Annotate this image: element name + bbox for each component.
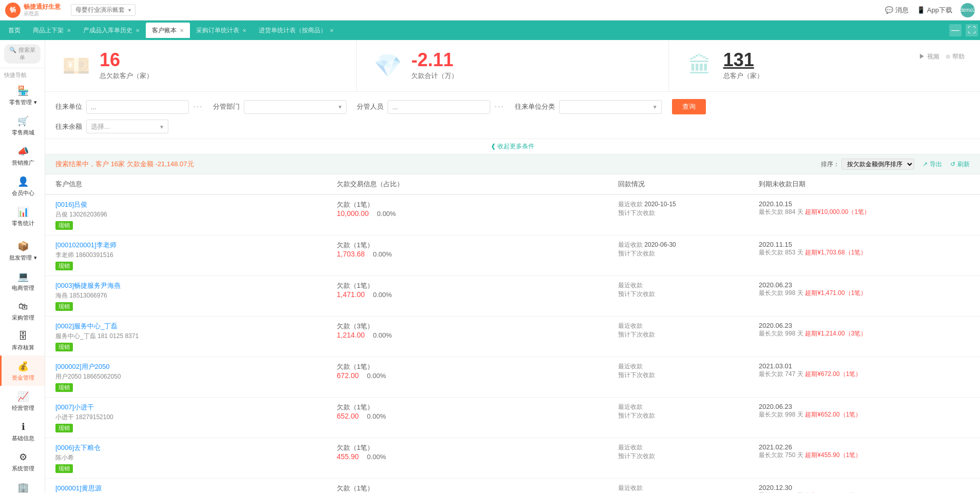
overdue-link-6[interactable]: 超期¥455.90（1笔） xyxy=(805,451,861,459)
category-select[interactable] xyxy=(559,100,662,114)
owe-amount-6[interactable]: 455.90 xyxy=(337,452,359,461)
due-date-5: 2020.06.23 xyxy=(759,403,970,410)
tab-minimize-btn[interactable]: — xyxy=(949,24,962,36)
supplier-input[interactable] xyxy=(86,100,189,114)
purchase-icon: 🛍 xyxy=(18,301,28,312)
sidebar-item-enterprise[interactable]: 🏢 企业协同 xyxy=(0,477,45,493)
sidebar-item-purchase[interactable]: 🛍 采购管理 xyxy=(0,296,45,326)
person-dots[interactable]: ··· xyxy=(494,102,504,111)
category-label: 往来单位分类 xyxy=(515,102,555,111)
industry-selector[interactable]: 母婴行业演示账套 ▼ xyxy=(71,4,136,16)
sidebar-item-retail-mall[interactable]: 🛒 零售商城 xyxy=(0,110,45,141)
customer-phone-6: 陈小希 xyxy=(55,453,337,462)
inventory-icon: 🗄 xyxy=(18,331,28,342)
dept-select[interactable] xyxy=(244,100,347,114)
person-input[interactable] xyxy=(388,100,490,114)
owe-amount-4[interactable]: 672.00 xyxy=(337,371,359,380)
sidebar-item-operations[interactable]: 📈 经营管理 xyxy=(0,386,45,416)
refresh-btn[interactable]: ↺ 刷新 xyxy=(950,160,970,169)
tab-inventory-stats[interactable]: 进货单统计表（按商品） ✕ xyxy=(253,23,340,38)
stat-label-2: 欠款合计（万） xyxy=(411,71,458,81)
owe-amount-0[interactable]: 10,000.00 xyxy=(337,209,369,218)
tab-customer-account[interactable]: 客户账本 ✕ xyxy=(146,23,190,38)
sidebar-item-basic-info[interactable]: ℹ 基础信息 xyxy=(0,416,45,446)
tab-products-close[interactable]: ✕ xyxy=(67,28,71,33)
filter-collapse-btn[interactable]: ❰ 收起更多条件 xyxy=(45,139,980,154)
tab-production-close[interactable]: ✕ xyxy=(136,28,140,33)
quick-nav-label: 快捷导航 xyxy=(0,68,45,80)
recovery-info-6: 最近收款 预计下次收款 xyxy=(618,443,759,473)
tab-purchase-order[interactable]: 采购订单统计表 ✕ xyxy=(190,23,253,38)
overdue-link-0[interactable]: 超期¥10,000.00（1笔） xyxy=(805,208,870,215)
download-btn[interactable]: 📱 App下载 xyxy=(917,6,952,15)
owe-amount-3[interactable]: 1,214.00 xyxy=(337,331,365,339)
sidebar-label-basic-info: 基础信息 xyxy=(12,435,34,442)
sort-select[interactable]: 按欠款金额倒序排序 xyxy=(841,159,914,170)
owe-amount-2[interactable]: 1,471.00 xyxy=(337,290,365,299)
last-payment-2: 最近收款 xyxy=(618,281,759,290)
sidebar-item-finance[interactable]: 💰 资金管理 xyxy=(0,356,45,386)
tab-maximize-btn[interactable]: ⛶ xyxy=(966,24,978,36)
help-btn[interactable]: ⊙ 帮助 xyxy=(946,52,965,61)
industry-dropdown-icon: ▼ xyxy=(127,8,132,13)
table-header: 客户信息 欠款交易信息（占比） 回款情况 到期未收款日期 xyxy=(45,174,980,195)
sidebar-label-ecommerce: 电商管理 xyxy=(12,284,34,292)
sidebar-item-marketing[interactable]: 📣 营销推广 xyxy=(0,141,45,171)
stat-info-3: 131 总客户（家） xyxy=(723,51,763,81)
table-row: [0002]服务中心_丁磊 服务中心_丁磊 181 0125 8371 现销 欠… xyxy=(45,317,980,357)
overdue-link-2[interactable]: 超期¥1,471.00（1笔） xyxy=(805,289,867,297)
query-btn[interactable]: 查询 xyxy=(672,99,706,114)
owe-amount-5[interactable]: 652.00 xyxy=(337,412,359,420)
overdue-link-1[interactable]: 超期¥1,703.68（1笔） xyxy=(805,249,867,256)
sidebar-item-member[interactable]: 👤 会员中心 xyxy=(0,171,45,201)
tab-purchase-close[interactable]: ✕ xyxy=(242,28,246,33)
video-btn[interactable]: ▶ 视频 xyxy=(919,52,939,61)
message-btn[interactable]: 💬 消息 xyxy=(885,6,909,15)
tab-production[interactable]: 产成品入库单历史 ✕ xyxy=(77,23,146,38)
owe-amount-1[interactable]: 1,703.68 xyxy=(337,250,365,258)
overdue-link-4[interactable]: 超期¥672.00（1笔） xyxy=(805,370,861,378)
sidebar-item-retail-stats[interactable]: 📊 零售统计 xyxy=(0,201,45,231)
sidebar-item-system[interactable]: ⚙ 系统管理 xyxy=(0,446,45,477)
customer-info-0: [0016]吕俊 吕俊 13026203696 现销 xyxy=(55,200,337,230)
batch-mgmt-icon: 📦 xyxy=(17,241,29,252)
refresh-icon: ↺ xyxy=(950,161,955,168)
customer-name-4[interactable]: [000002]用户2050 xyxy=(55,363,110,370)
customer-phone-0: 吕俊 13026203696 xyxy=(55,210,337,219)
customer-name-7[interactable]: [000001]黄思源 xyxy=(55,484,102,492)
customer-tag-3: 现销 xyxy=(55,343,73,351)
supplier-dots[interactable]: ··· xyxy=(193,102,203,111)
sidebar-item-inventory[interactable]: 🗄 库存核算 xyxy=(0,326,45,356)
customer-name-6[interactable]: [0006]去下粮仓 xyxy=(55,444,101,451)
overdue-link-3[interactable]: 超期¥1,214.00（3笔） xyxy=(805,330,867,337)
sidebar-item-ecommerce[interactable]: 💻 电商管理 xyxy=(0,266,45,296)
balance-select[interactable]: 选择... xyxy=(86,120,168,133)
tab-customer-close[interactable]: ✕ xyxy=(180,28,184,33)
customer-name-2[interactable]: [0003]畅捷服务尹海燕 xyxy=(55,282,121,289)
user-menu[interactable]: demo2 xyxy=(960,3,975,17)
due-date-4: 2021.03.01 xyxy=(759,362,970,370)
tab-home[interactable]: 首页 xyxy=(2,23,27,38)
sidebar-search[interactable]: 🔍 搜索菜单 xyxy=(0,40,45,68)
customer-name-5[interactable]: [0007]小进干 xyxy=(55,403,94,411)
tab-inventory-close[interactable]: ✕ xyxy=(330,28,334,33)
export-btn[interactable]: ↗ 导出 xyxy=(923,160,942,169)
supplier-filter: 往来单位 ··· xyxy=(55,100,203,114)
due-info-2: 2020.06.23 最长欠款 998 天 超期¥1,471.00（1笔） xyxy=(759,281,970,311)
sidebar-item-retail-mgmt[interactable]: 🏪 零售管理 ▾ xyxy=(0,80,45,110)
stat-icon-3: 🏛 xyxy=(684,50,715,81)
overdue-days-1: 最长欠款 853 天 xyxy=(759,249,803,256)
due-info-6: 2021.02.26 最长欠款 750 天 超期¥455.90（1笔） xyxy=(759,443,970,473)
table-row: [000002]用户2050 用户2050 18665062050 现销 欠款（… xyxy=(45,357,980,398)
customer-phone-5: 小进干 18279152100 xyxy=(55,413,337,422)
tab-products[interactable]: 商品上下架 ✕ xyxy=(27,23,77,38)
search-menu-box[interactable]: 🔍 搜索菜单 xyxy=(4,44,41,64)
sidebar-item-batch-mgmt[interactable]: 📦 批发管理 ▾ xyxy=(0,235,45,266)
customer-name-1[interactable]: [0001020001]李老师 xyxy=(55,241,117,249)
customer-name-3[interactable]: [0002]服务中心_丁磊 xyxy=(55,322,118,330)
overdue-link-5[interactable]: 超期¥652.00（1笔） xyxy=(805,411,861,418)
customer-name-0[interactable]: [0016]吕俊 xyxy=(55,201,87,208)
dept-label: 分管部门 xyxy=(213,102,240,111)
last-payment-4: 最近收款 xyxy=(618,362,759,371)
overdue-days-2: 最长欠款 998 天 xyxy=(759,289,803,297)
